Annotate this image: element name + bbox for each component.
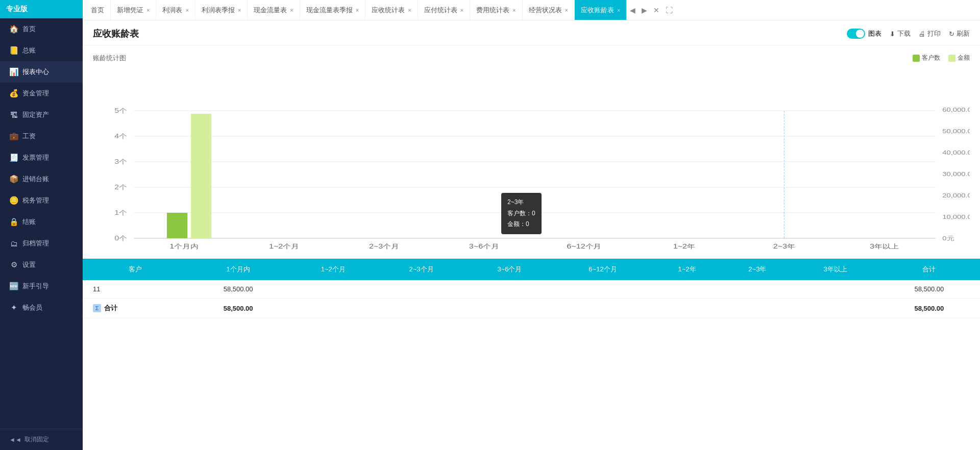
- chart-toggle[interactable]: [847, 29, 865, 39]
- sidebar-item-reports[interactable]: 📊 报表中心: [0, 61, 83, 83]
- closing-icon: 🔒: [9, 217, 18, 227]
- total-label: Σ 合计: [83, 298, 187, 318]
- tab-ar-aging[interactable]: 应收账龄表 ×: [575, 0, 627, 20]
- tab-biz-stat-label: 经营状况表: [529, 6, 562, 15]
- tabbar: 首页 新增凭证 × 利润表 × 利润表季报 × 现金流量表 × 现金流量表季报 …: [83, 0, 980, 20]
- tab-biz-stat[interactable]: 经营状况表 ×: [523, 0, 575, 20]
- col-y12: 1~2年: [652, 259, 722, 280]
- chart-title: 账龄统计图: [93, 54, 970, 63]
- download-label: 下载: [897, 29, 911, 38]
- tab-next-btn[interactable]: ▶: [639, 0, 650, 20]
- cell-customer: 11: [83, 280, 187, 298]
- sidebar-item-assets[interactable]: 🏗 固定资产: [0, 104, 83, 126]
- tab-expand-btn[interactable]: ⛶: [663, 0, 676, 20]
- tab-profit-close[interactable]: ×: [185, 7, 188, 13]
- cell-y23: [722, 280, 793, 298]
- sidebar-item-home[interactable]: 🏠 首页: [0, 18, 83, 40]
- chart-container: 账龄统计图 客户数 金额 0个 1个 2个 3个 4个 5个: [83, 45, 980, 259]
- legend-amount-label: 金额: [958, 54, 970, 62]
- reports-icon: 📊: [9, 67, 18, 77]
- tab-expense-close[interactable]: ×: [512, 7, 516, 13]
- legend-amount: 金额: [948, 54, 970, 62]
- sidebar-label-ledger: 总账: [22, 46, 36, 55]
- cell-m1: 58,500.00: [187, 280, 289, 298]
- total-label-text: 合计: [104, 304, 117, 313]
- svg-text:60,000.00元: 60,000.00元: [942, 107, 970, 113]
- tab-prev-btn[interactable]: ◀: [627, 0, 639, 20]
- print-label: 打印: [927, 29, 941, 38]
- sidebar-pin-toggle[interactable]: ◄◄ 取消固定: [0, 429, 83, 450]
- home-icon: 🏠: [9, 24, 18, 34]
- print-btn[interactable]: 🖨 打印: [919, 29, 941, 38]
- tab-cashflow-close[interactable]: ×: [290, 7, 293, 13]
- cell-total: 58,500.00: [878, 280, 980, 298]
- tab-ap-stat-close[interactable]: ×: [460, 7, 463, 13]
- tab-profit-q[interactable]: 利润表季报 ×: [195, 0, 248, 20]
- col-y3plus: 3年以上: [793, 259, 878, 280]
- tab-profit-label: 利润表: [162, 6, 182, 15]
- total-total: 58,500.00: [878, 298, 980, 318]
- guide-icon: 🆕: [9, 282, 18, 291]
- tab-ar-stat-close[interactable]: ×: [408, 7, 411, 13]
- cell-y3plus: [793, 280, 878, 298]
- tab-cashflow-q-close[interactable]: ×: [356, 7, 359, 13]
- page-title: 应收账龄表: [93, 28, 139, 40]
- tab-profit-q-close[interactable]: ×: [238, 7, 241, 13]
- sidebar-item-salary[interactable]: 💼 工资: [0, 126, 83, 147]
- tab-voucher-close[interactable]: ×: [146, 7, 150, 13]
- col-m12: 1~2个月: [289, 259, 377, 280]
- legend-customers: 客户数: [913, 54, 940, 62]
- invoice-icon: 🧾: [9, 153, 18, 162]
- inout-icon: 📦: [9, 174, 18, 184]
- sidebar-label-archive: 归档管理: [22, 239, 49, 248]
- sidebar-label-assets: 固定资产: [22, 110, 49, 119]
- sum-icon: Σ: [93, 304, 101, 312]
- sidebar-label-home: 首页: [22, 24, 36, 34]
- print-icon: 🖨: [919, 30, 925, 38]
- settings-icon: ⚙: [9, 260, 18, 269]
- chart-svg: 0个 1个 2个 3个 4个 5个 0元 10,000.00元 20,000.0…: [93, 67, 970, 251]
- tab-home[interactable]: 首页: [85, 0, 111, 20]
- legend-amount-dot: [948, 55, 955, 62]
- sidebar-logo: 专业版: [0, 0, 83, 18]
- svg-text:6~12个月: 6~12个月: [567, 243, 601, 250]
- main-area: 首页 新增凭证 × 利润表 × 利润表季报 × 现金流量表 × 现金流量表季报 …: [83, 0, 980, 450]
- legend-customers-label: 客户数: [922, 54, 940, 62]
- tab-biz-stat-close[interactable]: ×: [565, 7, 568, 13]
- tab-ar-stat[interactable]: 应收统计表 ×: [365, 0, 418, 20]
- sidebar-item-closing[interactable]: 🔒 结账: [0, 211, 83, 233]
- tab-voucher-label: 新增凭证: [117, 6, 143, 15]
- salary-icon: 💼: [9, 132, 18, 141]
- download-btn[interactable]: ⬇ 下载: [890, 29, 911, 38]
- col-m1: 1个月内: [187, 259, 289, 280]
- sidebar-item-inout[interactable]: 📦 进销台账: [0, 168, 83, 190]
- tab-close-all-btn[interactable]: ✕: [650, 0, 663, 20]
- sidebar-label-reports: 报表中心: [22, 67, 49, 77]
- sidebar-item-member[interactable]: ✦ 畅会员: [0, 297, 83, 318]
- svg-text:40,000.00元: 40,000.00元: [942, 149, 970, 156]
- sidebar-item-settings[interactable]: ⚙ 设置: [0, 254, 83, 276]
- sidebar-item-tax[interactable]: 🪙 税务管理: [0, 190, 83, 211]
- sidebar-item-funds[interactable]: 💰 资金管理: [0, 83, 83, 104]
- sidebar-item-invoice[interactable]: 🧾 发票管理: [0, 147, 83, 168]
- table-row: 11 58,500.00 58,500.00: [83, 280, 980, 298]
- total-m612: [554, 298, 652, 318]
- tab-ar-aging-close[interactable]: ×: [617, 7, 620, 13]
- tab-cashflow-q[interactable]: 现金流量表季报 ×: [300, 0, 365, 20]
- tab-profit[interactable]: 利润表 ×: [156, 0, 195, 20]
- sidebar-item-archive[interactable]: 🗂 归档管理: [0, 233, 83, 254]
- tab-ap-stat-label: 应付统计表: [424, 6, 457, 15]
- tab-ap-stat[interactable]: 应付统计表 ×: [418, 0, 470, 20]
- tab-voucher[interactable]: 新增凭证 ×: [111, 0, 156, 20]
- col-m23: 2~3个月: [377, 259, 465, 280]
- sidebar-item-guide[interactable]: 🆕 新手引导: [0, 276, 83, 297]
- legend-customers-dot: [913, 55, 920, 62]
- tab-cashflow[interactable]: 现金流量表 ×: [248, 0, 300, 20]
- tab-expense[interactable]: 费用统计表 ×: [470, 0, 522, 20]
- refresh-btn[interactable]: ↻ 刷新: [949, 29, 970, 38]
- sidebar-item-ledger[interactable]: 📒 总账: [0, 40, 83, 61]
- funds-icon: 💰: [9, 89, 18, 98]
- svg-text:2个: 2个: [114, 184, 127, 191]
- sidebar-label-salary: 工资: [22, 132, 36, 141]
- ledger-icon: 📒: [9, 46, 18, 55]
